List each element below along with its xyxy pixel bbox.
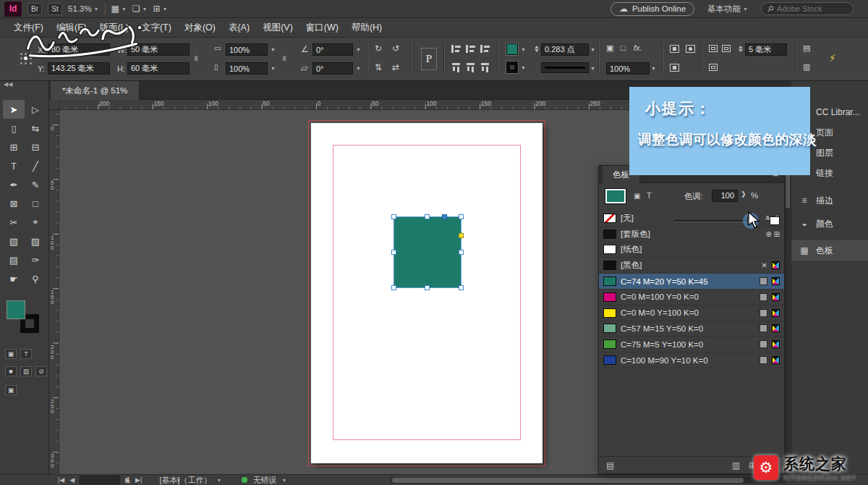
menu-layout[interactable]: 版面(L) bbox=[93, 22, 135, 34]
baseline-options-button[interactable]: ▥ bbox=[803, 62, 810, 72]
selection-handle[interactable] bbox=[459, 285, 464, 290]
selection-handle[interactable] bbox=[459, 214, 464, 219]
drop-shadow-button[interactable]: ▣ bbox=[606, 43, 613, 53]
swatch-row[interactable]: C=100 M=90 Y=10 K=0 bbox=[599, 353, 784, 368]
corner-radius-stepper[interactable] bbox=[738, 45, 744, 53]
zoom-level-dropdown[interactable]: 51.3%▼ bbox=[68, 4, 99, 13]
fit-content-button[interactable] bbox=[709, 45, 718, 52]
selection-handle[interactable] bbox=[459, 250, 464, 255]
flip-horizontal-button[interactable]: ⇄ bbox=[392, 62, 399, 72]
align-middle-button[interactable] bbox=[467, 63, 475, 72]
selection-tool[interactable]: ➤ bbox=[3, 100, 25, 119]
swatch-row-black[interactable]: [黑色] bbox=[599, 258, 784, 274]
height-field[interactable] bbox=[127, 62, 190, 75]
selection-handle[interactable] bbox=[425, 214, 430, 219]
horizontal-scrollbar[interactable] bbox=[391, 477, 787, 484]
collapse-panel-icon[interactable]: ◀◀ bbox=[4, 81, 12, 88]
chevron-down-icon[interactable]: ▼ bbox=[271, 47, 276, 52]
next-page-button[interactable]: ▶ bbox=[125, 476, 130, 484]
chevron-down-icon[interactable]: ▼ bbox=[356, 66, 361, 71]
formatting-affects-container-button[interactable]: ▣ bbox=[5, 349, 17, 359]
scissors-tool[interactable]: ✂ bbox=[3, 213, 25, 232]
line-tool[interactable]: ╱ bbox=[25, 156, 46, 175]
y-position-field[interactable] bbox=[48, 62, 110, 75]
selection-handle[interactable] bbox=[391, 250, 396, 255]
menu-edit[interactable]: 编辑(E) bbox=[50, 22, 93, 34]
gap-tool[interactable]: ⇆ bbox=[25, 119, 46, 138]
chevron-down-icon[interactable]: ▼ bbox=[651, 66, 656, 71]
text-frame-options-button[interactable]: ▤ bbox=[803, 43, 810, 53]
type-tool[interactable]: T bbox=[3, 156, 25, 175]
fill-swatch[interactable] bbox=[7, 300, 25, 319]
preflight-profile-dropdown[interactable]: [基本]（工作） bbox=[159, 475, 211, 485]
ruler-origin-corner[interactable] bbox=[49, 100, 59, 110]
align-left-button[interactable] bbox=[451, 45, 461, 53]
selected-anchor-handle[interactable] bbox=[442, 214, 447, 219]
menu-help[interactable]: 帮助(H) bbox=[345, 22, 388, 34]
stroke-weight-field[interactable] bbox=[541, 43, 589, 56]
chevron-down-icon[interactable]: ▼ bbox=[521, 65, 526, 70]
view-options-dropdown[interactable]: ▦▼ bbox=[111, 4, 127, 14]
swatch-row[interactable]: C=75 M=5 Y=100 K=0 bbox=[599, 337, 784, 353]
dock-item-stroke[interactable]: ≡描边 bbox=[791, 191, 868, 210]
zoom-tool[interactable]: ⚲ bbox=[25, 269, 46, 288]
swatch-row[interactable]: C=0 M=0 Y=100 K=0 bbox=[599, 305, 784, 321]
rotate-counterclockwise-button[interactable]: ↺ bbox=[392, 43, 399, 54]
apply-gradient-button[interactable]: ▥ bbox=[20, 366, 32, 376]
transparency-button[interactable]: □ bbox=[621, 43, 626, 52]
direct-selection-tool[interactable]: ▷ bbox=[25, 100, 46, 119]
align-center-button[interactable] bbox=[466, 45, 475, 53]
fill-color-swatch[interactable] bbox=[506, 43, 518, 55]
content-placer-tool[interactable]: ⊟ bbox=[25, 138, 46, 156]
bridge-button[interactable]: Br bbox=[27, 3, 42, 15]
pen-tool[interactable]: ✒ bbox=[3, 175, 25, 194]
eyedropper-tool[interactable]: ✑ bbox=[25, 250, 46, 269]
tint-dropdown-icon[interactable]: ❯ bbox=[741, 190, 746, 198]
rotation-angle-field[interactable] bbox=[312, 43, 353, 56]
chevron-down-icon[interactable]: ▼ bbox=[271, 66, 276, 71]
scale-y-field[interactable] bbox=[226, 62, 268, 75]
reference-point-proxy[interactable] bbox=[19, 51, 33, 66]
free-transform-tool[interactable]: ⌖ bbox=[25, 213, 46, 232]
swatch-row-paper[interactable]: [纸色] bbox=[599, 242, 784, 258]
chevron-down-icon[interactable]: ▼ bbox=[521, 47, 526, 52]
opacity-field[interactable] bbox=[606, 62, 650, 75]
constrain-scale-link-icon[interactable]: ∞ bbox=[282, 54, 288, 64]
selected-rectangle[interactable] bbox=[394, 217, 461, 287]
rectangle-frame-tool[interactable]: ⊠ bbox=[3, 194, 25, 213]
flip-vertical-button[interactable]: ⇅ bbox=[375, 62, 382, 72]
selection-handle[interactable] bbox=[391, 285, 396, 290]
selection-handle[interactable] bbox=[425, 285, 430, 290]
align-top-button[interactable] bbox=[452, 63, 460, 72]
chevron-down-icon[interactable]: ▼ bbox=[356, 47, 361, 52]
stock-button[interactable]: St bbox=[48, 3, 62, 15]
selection-handle[interactable] bbox=[391, 214, 396, 219]
chevron-down-icon[interactable]: ▼ bbox=[590, 66, 595, 71]
no-text-wrap-button[interactable] bbox=[670, 45, 679, 53]
shear-angle-field[interactable] bbox=[312, 62, 353, 75]
align-bottom-button[interactable] bbox=[481, 63, 489, 72]
document-tab[interactable]: *未命名-1 @ 51% bbox=[51, 81, 140, 100]
auto-fit-button[interactable] bbox=[709, 64, 718, 71]
formatting-affects-text-button[interactable]: T bbox=[20, 349, 32, 359]
page-tool[interactable]: ▯ bbox=[3, 119, 25, 138]
x-position-field[interactable] bbox=[48, 43, 110, 56]
swatch-row[interactable]: C=0 M=100 Y=0 K=0 bbox=[599, 290, 784, 305]
live-corner-widget[interactable] bbox=[459, 233, 464, 238]
dock-item-swatches[interactable]: ▦色板 bbox=[791, 240, 868, 261]
gradient-swatch-tool[interactable]: ▧ bbox=[3, 232, 25, 250]
corner-radius-field[interactable] bbox=[745, 43, 787, 56]
menu-file[interactable]: 文件(F) bbox=[7, 22, 50, 34]
arrange-documents-dropdown[interactable]: ⊞▼ bbox=[153, 4, 168, 14]
rotate-clockwise-button[interactable]: ↻ bbox=[375, 43, 382, 54]
new-color-group-icon[interactable]: ▥ bbox=[732, 460, 740, 471]
tint-slider-handle[interactable] bbox=[747, 217, 754, 224]
content-collector-tool[interactable]: ⊞ bbox=[3, 138, 25, 156]
screen-mode-dropdown[interactable]: ❏▼ bbox=[132, 4, 148, 14]
document-page[interactable] bbox=[311, 123, 542, 463]
menu-table[interactable]: 表(A) bbox=[222, 22, 256, 34]
page-number-dropdown[interactable]: ▼ bbox=[80, 476, 120, 484]
effects-fx-button[interactable]: fx. bbox=[634, 43, 642, 52]
screen-mode-button[interactable]: ▣ bbox=[5, 385, 17, 395]
quick-apply-lightning-icon[interactable]: ⚡ bbox=[829, 52, 836, 64]
